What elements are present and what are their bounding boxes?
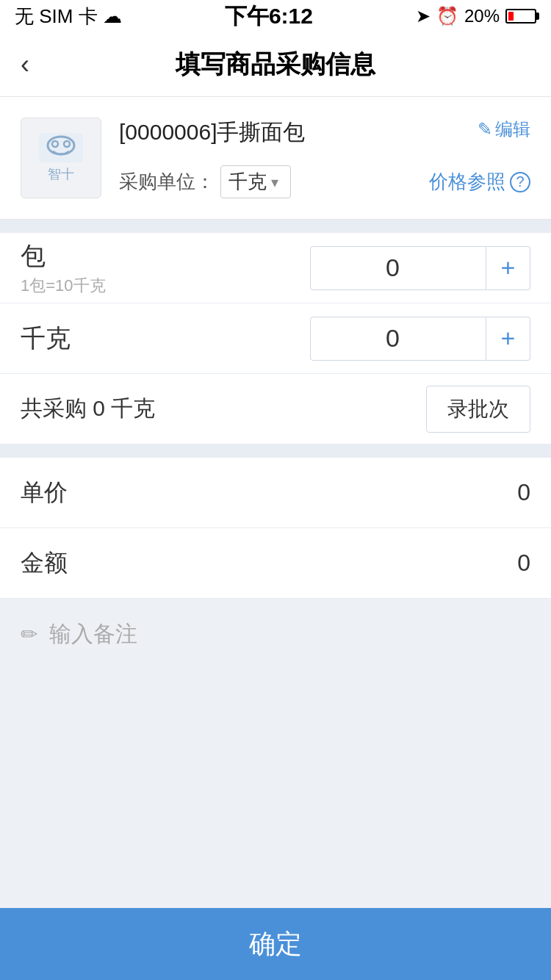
quantity-row-0: 包 1包=10千克 + (0, 233, 551, 303)
svg-point-2 (64, 141, 70, 147)
quantity-unit-0: 包 (21, 239, 106, 273)
section-separator-2 (0, 444, 551, 458)
pencil-icon: ✏ (21, 622, 37, 646)
summary-amount: 0 (93, 396, 105, 420)
quantity-control-1: + (310, 317, 530, 361)
battery-indicator (505, 9, 536, 24)
remark-row: ✏ 输入备注 (21, 619, 530, 649)
remark-section[interactable]: ✏ 输入备注 (0, 599, 551, 731)
status-signal: 无 SIM 卡 ☁ (15, 4, 122, 29)
quantity-row-1: 千克 + (0, 303, 551, 374)
status-bar: 无 SIM 卡 ☁ 下午6:12 ➤ ⏰ 20% (0, 0, 551, 32)
remark-placeholder: 输入备注 (49, 619, 137, 649)
quantity-label-0: 包 1包=10千克 (21, 239, 106, 297)
product-name-row: [0000006]手撕面包 ✎ 编辑 (119, 118, 530, 148)
status-alarm-icon: ⏰ (436, 6, 458, 26)
status-location-icon: ➤ (416, 6, 431, 26)
bottom-filler (0, 731, 551, 908)
unit-select[interactable]: 千克 ▾ (220, 165, 291, 198)
price-row: 单价 0 (0, 458, 551, 528)
status-battery-pct: 20% (464, 6, 500, 26)
unit-row: 采购单位： 千克 ▾ 价格参照 ? (119, 165, 530, 198)
amount-label: 金额 (21, 547, 68, 580)
summary-prefix: 共采购 (21, 396, 87, 420)
battery-fill (508, 12, 514, 21)
amount-row: 金额 0 (0, 528, 551, 599)
quantity-unit-1: 千克 (21, 322, 71, 356)
product-info: [0000006]手撕面包 ✎ 编辑 采购单位： 千克 ▾ 价格参照 ? (119, 118, 530, 198)
status-right: ➤ ⏰ 20% (416, 6, 536, 26)
confirm-button-label: 确定 (249, 926, 302, 962)
quantity-section: 包 1包=10千克 + 千克 + (0, 233, 551, 374)
amount-value: 0 (517, 550, 530, 577)
quantity-plus-1[interactable]: + (486, 317, 530, 361)
edit-button[interactable]: ✎ 编辑 (478, 118, 530, 141)
product-logo-text: 智十 (48, 165, 74, 183)
unit-label: 采购单位： (119, 169, 215, 195)
nav-bar: ‹ 填写商品采购信息 (0, 32, 551, 97)
quantity-control-0: + (310, 246, 530, 290)
unit-value: 千克 (228, 169, 267, 195)
quantity-label-1: 千克 (21, 322, 71, 356)
summary-text: 共采购 0 千克 (21, 394, 155, 424)
dropdown-icon: ▾ (271, 173, 278, 191)
product-name: [0000006]手撕面包 (119, 118, 305, 148)
quantity-sub-0: 1包=10千克 (21, 275, 106, 297)
product-thumbnail: 智十 (21, 118, 101, 198)
summary-row: 共采购 0 千克 录批次 (0, 374, 551, 444)
svg-point-1 (52, 141, 58, 147)
batch-button[interactable]: 录批次 (426, 386, 530, 433)
price-ref-button[interactable]: 价格参照 ? (429, 169, 530, 195)
edit-icon: ✎ (478, 119, 492, 140)
quantity-plus-0[interactable]: + (486, 246, 530, 290)
edit-label: 编辑 (495, 118, 530, 141)
product-logo (39, 133, 83, 162)
status-time: 下午6:12 (225, 1, 313, 32)
summary-unit: 千克 (111, 396, 155, 420)
page-title: 填写商品采购信息 (176, 48, 375, 82)
price-label: 单价 (21, 477, 68, 509)
quantity-input-1[interactable] (310, 317, 486, 361)
page-wrapper: 无 SIM 卡 ☁ 下午6:12 ➤ ⏰ 20% ‹ 填写商品采购信息 (0, 0, 551, 980)
price-ref-label: 价格参照 (429, 169, 505, 195)
product-card: 智十 [0000006]手撕面包 ✎ 编辑 采购单位： 千克 ▾ (0, 97, 551, 220)
price-section: 单价 0 金额 0 (0, 458, 551, 599)
battery-icon (505, 9, 536, 24)
back-button[interactable]: ‹ (21, 49, 29, 80)
price-value: 0 (517, 479, 530, 506)
price-ref-icon: ? (510, 172, 530, 192)
quantity-input-0[interactable] (310, 246, 486, 290)
section-separator-1 (0, 220, 551, 233)
confirm-button[interactable]: 确定 (0, 908, 551, 980)
